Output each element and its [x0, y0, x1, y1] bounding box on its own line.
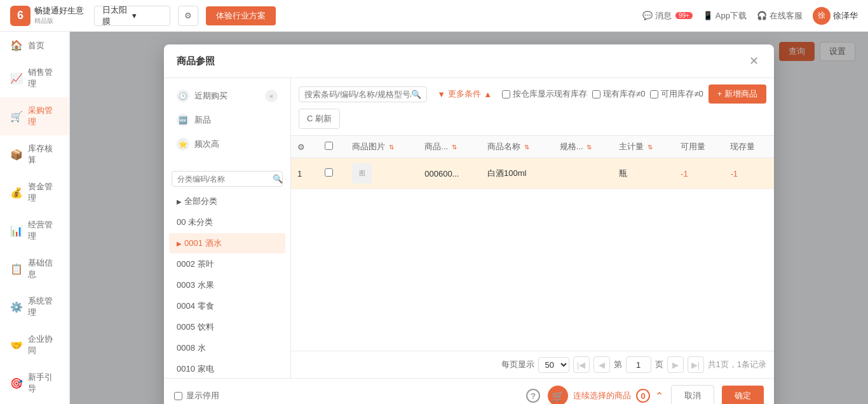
- cell-image: 图: [346, 158, 418, 189]
- sidebar-label-guide: 新手引导: [28, 372, 59, 394]
- last-page-button[interactable]: ▶|: [688, 356, 704, 373]
- sidebar-label-basic: 基础信息: [28, 257, 59, 280]
- try-button[interactable]: 体验行业方案: [206, 6, 276, 25]
- prev-page-button[interactable]: ◀: [593, 356, 610, 373]
- chevron-down-icon: ▾: [132, 11, 158, 20]
- cell-checkbox[interactable]: [318, 158, 346, 189]
- quick-label-frequent: 频次高: [194, 138, 219, 150]
- pagination-bar: 每页显示 50 |◀ ◀ 第 页 ▶ ▶| 共1页，1条记录: [291, 351, 774, 378]
- cat-label-water: 0008 水: [177, 342, 206, 354]
- add-product-button[interactable]: + 新增商品: [709, 84, 766, 104]
- more-filter-button[interactable]: ▼ 更多条件 ▲: [432, 86, 497, 102]
- tenant-selector[interactable]: 日太阳膜 ▾: [94, 6, 170, 26]
- sidebar-item-sales[interactable]: 📈 销售管理: [0, 59, 69, 97]
- checkbox-by-warehouse[interactable]: [502, 90, 510, 98]
- th-checkbox[interactable]: [318, 136, 346, 158]
- settings-icon[interactable]: ⚙: [178, 6, 198, 26]
- th-unit[interactable]: 主计量 ⇅: [613, 136, 674, 158]
- filter-icon: ▼: [437, 90, 445, 99]
- show-disabled-input[interactable]: [174, 392, 182, 400]
- chevron-up-icon[interactable]: ⌃: [655, 390, 663, 402]
- product-search-box[interactable]: 🔍: [299, 86, 427, 102]
- quick-item-new[interactable]: 🆕 新品: [169, 109, 285, 131]
- check-has-stock[interactable]: 现有库存≠0: [592, 88, 645, 100]
- cat-item-tea[interactable]: 0002 茶叶: [169, 254, 285, 274]
- product-search-input[interactable]: [304, 90, 411, 99]
- sales-icon: 📈: [10, 72, 23, 84]
- cat-item-liquor[interactable]: ▶ 0001 酒水: [169, 233, 285, 253]
- show-disabled-label: 显示停用: [186, 390, 219, 401]
- refresh-button[interactable]: C 刷新: [299, 109, 340, 129]
- cat-item-all[interactable]: ▶ 全部分类: [169, 191, 285, 212]
- cell-unit: 瓶: [613, 158, 674, 189]
- help-icon[interactable]: ?: [526, 389, 540, 403]
- th-name[interactable]: 商品名称 ⇅: [481, 136, 553, 158]
- layout: 🏠 首页 📈 销售管理 🛒 采购管理 📦 库存核算 💰 资金管理 📊 经营管理 …: [0, 32, 868, 404]
- quick-item-recent[interactable]: 🕒 近期购买 «: [169, 84, 285, 107]
- cat-label-drink: 0005 饮料: [177, 321, 214, 333]
- sidebar-item-operation[interactable]: 📊 经营管理: [0, 212, 69, 250]
- sidebar-item-system[interactable]: ⚙️ 系统管理: [0, 288, 69, 326]
- cat-search-box[interactable]: 🔍: [172, 171, 283, 187]
- first-page-button[interactable]: |◀: [573, 356, 590, 373]
- cell-spec: [553, 158, 613, 189]
- online-service-item[interactable]: 🎧 在线客服: [757, 10, 803, 22]
- sidebar-item-basic[interactable]: 📋 基础信息: [0, 250, 69, 288]
- cat-item-appliance[interactable]: 0010 家电: [169, 359, 285, 378]
- sidebar-item-home[interactable]: 🏠 首页: [0, 32, 69, 59]
- search-icon: 🔍: [411, 90, 421, 99]
- th-settings[interactable]: ⚙: [291, 136, 318, 158]
- sidebar-label-home: 首页: [28, 40, 44, 51]
- logo-area: 6 畅捷通好生意 精品版: [10, 6, 84, 26]
- check-available-stock[interactable]: 可用库存≠0: [650, 88, 703, 100]
- avatar: 徐: [813, 7, 831, 25]
- sidebar-label-inventory: 库存核算: [28, 143, 59, 166]
- per-page-select[interactable]: 50: [538, 357, 569, 373]
- sort-icon-code: ⇅: [452, 144, 457, 151]
- sidebar-label-system: 系统管理: [28, 295, 59, 318]
- cat-item-water[interactable]: 0008 水: [169, 338, 285, 358]
- quick-item-frequent[interactable]: ⭐ 频次高: [169, 133, 285, 156]
- check-by-warehouse[interactable]: 按仓库显示现有库存: [502, 88, 587, 100]
- app-download-item[interactable]: 📱 App下载: [703, 10, 747, 22]
- table-row[interactable]: 1 图 000600... 白酒100ml 瓶: [291, 158, 774, 189]
- inventory-icon: 📦: [10, 149, 23, 161]
- th-spec[interactable]: 规格... ⇅: [553, 136, 613, 158]
- cat-item-uncategorized[interactable]: 00 未分类: [169, 212, 285, 232]
- messages-item[interactable]: 💬 消息 99+: [642, 10, 693, 22]
- cat-item-fruit[interactable]: 0003 水果: [169, 275, 285, 295]
- th-code[interactable]: 商品... ⇅: [418, 136, 481, 158]
- sidebar-item-inventory[interactable]: 📦 库存核算: [0, 135, 69, 173]
- sidebar-item-guide[interactable]: 🎯 新手引导: [0, 364, 69, 402]
- logo-icon: 6: [10, 6, 31, 26]
- per-page-label: 每页显示: [501, 359, 534, 370]
- logo-text: 畅捷通好生意: [34, 6, 84, 17]
- app-download-label: App下载: [715, 10, 747, 22]
- checkbox-available-stock[interactable]: [650, 90, 658, 98]
- cat-item-snack[interactable]: 0004 零食: [169, 296, 285, 316]
- guide-icon: 🎯: [10, 377, 23, 389]
- show-disabled-checkbox[interactable]: 显示停用: [174, 390, 219, 401]
- sidebar-item-finance[interactable]: 💰 资金管理: [0, 173, 69, 212]
- tenant-name: 日太阳膜: [102, 4, 128, 27]
- next-page-button[interactable]: ▶: [667, 356, 684, 373]
- page-number-input[interactable]: [626, 356, 651, 373]
- confirm-button[interactable]: 确定: [722, 386, 764, 404]
- sidebar-item-enterprise[interactable]: 🤝 企业协同: [0, 326, 69, 364]
- user-info[interactable]: 徐 徐泽华: [813, 7, 858, 25]
- cat-search-input[interactable]: [177, 175, 273, 184]
- modal-close-button[interactable]: ✕: [746, 53, 761, 69]
- cat-item-drink[interactable]: 0005 饮料: [169, 317, 285, 337]
- check-has-stock-label: 现有库存≠0: [603, 88, 645, 100]
- cancel-button[interactable]: 取消: [671, 385, 714, 404]
- collapse-icon[interactable]: «: [265, 90, 278, 102]
- modal-title: 商品参照: [177, 55, 215, 67]
- sidebar-label-sales: 销售管理: [28, 67, 59, 90]
- checkbox-has-stock[interactable]: [592, 90, 600, 98]
- sidebar-item-purchase[interactable]: 🛒 采购管理: [0, 97, 69, 135]
- modal-header: 商品参照 ✕: [164, 44, 774, 78]
- th-image[interactable]: 商品图片 ⇅: [346, 136, 418, 158]
- sort-icon-name: ⇅: [524, 144, 529, 151]
- select-all-checkbox[interactable]: [325, 142, 333, 150]
- row-checkbox[interactable]: [325, 168, 333, 177]
